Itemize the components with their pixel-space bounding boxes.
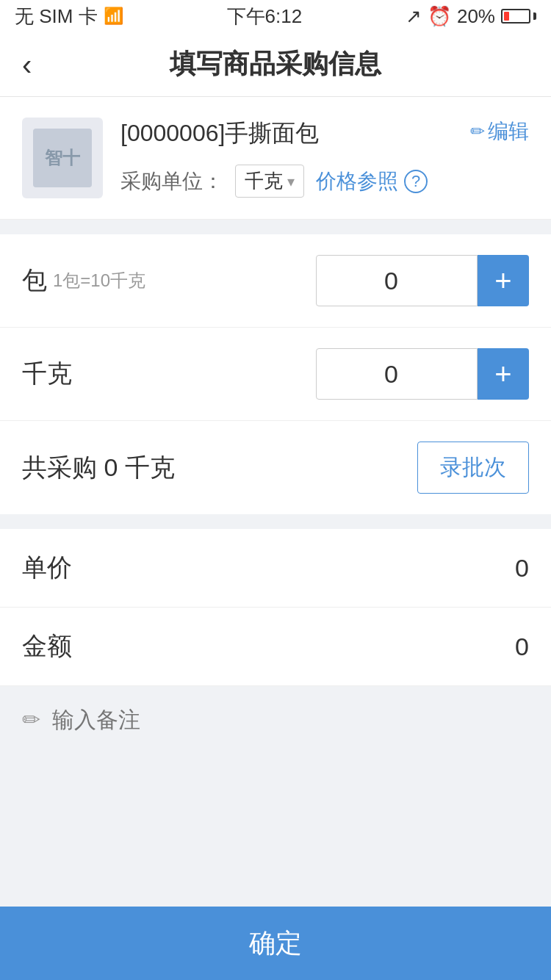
carrier-label: 无 SIM 卡: [15, 4, 98, 29]
bag-input[interactable]: [316, 255, 478, 306]
product-card: 智十 [0000006]手撕面包 ✏ 编辑 采购单位： 千克 ▾ 价格参照 ?: [0, 97, 551, 220]
bag-plus-button[interactable]: +: [478, 255, 529, 306]
battery-indicator: [501, 9, 536, 24]
product-unit: 采购单位： 千克 ▾ 价格参照 ?: [120, 165, 529, 198]
location-icon: ↗: [406, 5, 422, 28]
bag-input-wrapper: +: [316, 255, 529, 306]
section-divider-2: [0, 514, 551, 529]
product-info: [0000006]手撕面包 ✏ 编辑 采购单位： 千克 ▾ 价格参照 ?: [120, 118, 529, 198]
confirm-button[interactable]: 确定: [0, 907, 551, 980]
unit-label: 采购单位：: [120, 167, 223, 195]
edit-label: 编辑: [488, 118, 529, 145]
price-section: 单价 0 金额 0: [0, 529, 551, 686]
unit-selector[interactable]: 千克 ▾: [235, 165, 304, 198]
remarks-input[interactable]: [52, 707, 529, 732]
summary-row: 共采购 0 千克 录批次: [0, 421, 551, 514]
edit-button[interactable]: ✏ 编辑: [470, 118, 529, 145]
amount-row: 金额 0: [0, 608, 551, 686]
kg-label: 千克: [22, 357, 72, 391]
battery-label: 20%: [457, 5, 495, 28]
product-image: 智十: [22, 118, 103, 198]
product-logo: 智十: [33, 129, 92, 187]
kg-plus-button[interactable]: +: [478, 348, 529, 400]
status-right: ↗ ⏰ 20%: [406, 5, 536, 28]
alarm-icon: ⏰: [428, 5, 451, 28]
bag-sublabel: 1包=10千克: [53, 269, 145, 292]
batch-button[interactable]: 录批次: [417, 442, 529, 494]
page-title: 填写商品采购信息: [170, 46, 381, 82]
amount-label: 金额: [22, 630, 515, 663]
unit-price-label: 单价: [22, 551, 515, 585]
quantity-form: 包 1包=10千克 + 千克 + 共采购 0 千克 录批次: [0, 234, 551, 514]
price-ref-button[interactable]: 价格参照 ?: [316, 167, 428, 195]
bag-label: 包: [22, 264, 47, 298]
unit-price-row: 单价 0: [0, 529, 551, 608]
section-divider-1: [0, 220, 551, 234]
summary-text: 共采购 0 千克: [22, 451, 417, 485]
nav-bar: ‹ 填写商品采购信息: [0, 32, 551, 97]
product-name: [0000006]手撕面包: [120, 118, 319, 150]
product-header: [0000006]手撕面包 ✏ 编辑: [120, 118, 529, 150]
status-left: 无 SIM 卡 📶: [15, 4, 123, 29]
back-button[interactable]: ‹: [22, 50, 32, 79]
remarks-section: ✏: [0, 686, 551, 753]
kg-input[interactable]: [316, 348, 478, 400]
kg-row: 千克 +: [0, 328, 551, 421]
amount-value: 0: [515, 633, 529, 661]
bag-row: 包 1包=10千克 +: [0, 234, 551, 328]
edit-icon: ✏: [470, 121, 485, 142]
time-label: 下午6:12: [227, 4, 303, 29]
price-ref-question-icon: ?: [404, 170, 428, 193]
pencil-icon: ✏: [22, 707, 40, 732]
price-ref-label: 价格参照: [316, 167, 398, 195]
status-bar: 无 SIM 卡 📶 下午6:12 ↗ ⏰ 20%: [0, 0, 551, 32]
kg-input-wrapper: +: [316, 348, 529, 400]
unit-dropdown-icon: ▾: [287, 173, 295, 190]
unit-value: 千克: [245, 168, 283, 194]
unit-price-value: 0: [515, 554, 529, 583]
wifi-icon: 📶: [104, 7, 123, 26]
